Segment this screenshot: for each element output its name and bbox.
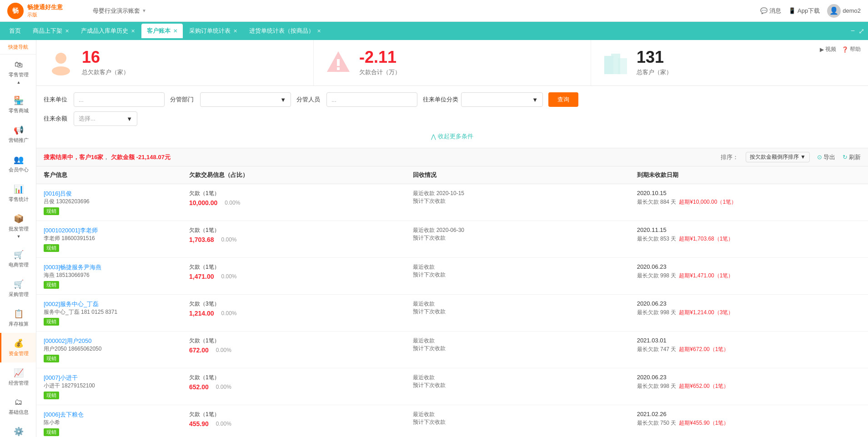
filter-person: 分管人员 ... [296,92,417,107]
svg-point-1 [52,66,70,75]
customer-code-5[interactable]: [0007]小进干 [44,374,189,382]
collapse-filter-btn[interactable]: ⋀ 收起更多条件 [44,131,861,145]
message-icon: 💬 [760,7,768,14]
video-btn[interactable]: ▶ 视频 [820,45,836,53]
customer-cell-6: [0006]去下粮仓 陈小希 现销 [44,411,189,436]
app-body: 快捷导航 🛍 零售管理 ▲ 🏪 零售商城 📢 营销推广 👥 会员中心 📊 零售统… [0,40,868,437]
collect-cell-1: 最近收款 2020-06-30 预计下次收款 [413,226,637,242]
sidebar-item-finance[interactable]: 💰 资金管理 [0,333,36,362]
debt-cell-3: 欠款（3笔） 1,214.00 0.00% [189,300,413,317]
phone-icon: 📱 [788,7,796,14]
query-button[interactable]: 查询 [548,92,578,107]
tab-goods-close[interactable]: ✕ [65,28,69,34]
sidebar-item-purchase[interactable]: 🛒 采购管理 [0,274,36,303]
sidebar-item-ecommerce[interactable]: 🛒 电商管理 [0,244,36,274]
debt-cell-5: 欠款（1笔） 652.00 0.00% [189,374,413,391]
message-btn[interactable]: 💬 消息 [760,7,781,15]
filter-source-unit: 往来单位 ... [44,92,165,107]
summary-card3-text: 131 总客户（家） [637,49,672,76]
tab-home[interactable]: 首页 [4,24,26,38]
app-download-btn[interactable]: 📱 App下载 [788,7,820,15]
source-unit-input[interactable]: ... [74,92,165,107]
sidebar-item-basic[interactable]: 🗂 基础信息 [0,392,36,421]
table-row: [000002]用户2050 用户2050 18665062050 现销 欠款（… [36,332,868,368]
tab-storage-close[interactable]: ✕ [131,28,135,34]
sidebar-item-retail-mall[interactable]: 🏪 零售商城 [0,90,36,120]
balance-select[interactable]: 选择... ▼ [74,111,137,126]
sidebar-item-operation[interactable]: 📈 经营管理 [0,362,36,392]
customer-cell-1: [0001020001]李老师 李老师 18600391516 现销 [44,226,189,252]
person-input[interactable]: ... [326,92,417,107]
balance-arrow: ▼ [126,116,132,122]
tab-customer[interactable]: 客户账本 ✕ [141,24,183,38]
customer-code-3[interactable]: [0002]服务中心_丁磊 [44,300,189,308]
video-icon: ▶ [820,46,824,53]
sidebar-item-member[interactable]: 👥 会员中心 [0,149,36,179]
logo-text: 畅捷通好生意 [27,3,63,11]
debt-cell-0: 欠款（1笔） 10,000.00 0.00% [189,190,413,206]
inventory-icon: 📋 [14,309,24,319]
industry-selector[interactable]: 母婴行业演示账套 ▼ [89,7,760,15]
collect-cell-2: 最近收款 预计下次收款 [413,263,637,279]
tab-goods[interactable]: 商品上下架 ✕ [27,24,75,38]
unit-category-select[interactable]: ▼ [461,92,543,107]
expire-cell-2: 2020.06.23 最长欠款 998 天 超期¥1,471.00（1笔） [637,263,861,280]
filter-row-2: 往来余额 选择... ▼ [44,111,861,126]
sidebar-item-marketing[interactable]: 📢 营销推广 [0,120,36,149]
tab-maximize-btn[interactable]: ⤢ [858,27,864,35]
filter-dept: 分管部门 ▼ [170,92,291,107]
sidebar-item-inventory[interactable]: 📋 库存核算 [0,303,36,333]
customer-cell-3: [0002]服务中心_丁磊 服务中心_丁磊 181 0125 8371 现销 [44,300,189,326]
sidebar-item-batch-mgmt[interactable]: 📦 批发管理 ▼ [0,208,36,244]
tab-purchase-close[interactable]: ✕ [233,28,237,34]
sidebar-item-retail-stat[interactable]: 📊 零售统计 [0,179,36,208]
table-row: [0016]吕俊 吕俊 13026203696 现销 欠款（1笔） 10,000… [36,184,868,221]
expire-cell-1: 2020.11.15 最长欠款 853 天 超期¥1,703.68（1笔） [637,226,861,243]
tab-minimize-btn[interactable]: − [851,27,855,35]
sidebar-item-system[interactable]: ⚙️ 系统管理 [0,421,36,437]
tab-import[interactable]: 进货单统计表（按商品） ✕ [244,24,326,38]
table-row: [0002]服务中心_丁磊 服务中心_丁磊 181 0125 8371 现销 欠… [36,295,868,332]
industry-arrow: ▼ [142,8,146,13]
svg-rect-3 [337,59,340,66]
refresh-icon: ↻ [843,154,848,161]
basic-icon: 🗂 [15,397,23,407]
marketing-icon: 📢 [14,125,24,135]
debt-cell-2: 欠款（1笔） 1,471.00 0.00% [189,263,413,280]
customer-cell-2: [0003]畅捷服务尹海燕 海燕 18513066976 现销 [44,263,189,289]
expire-cell-4: 2021.03.01 最长欠款 747 天 超期¥672.00（1笔） [637,337,861,353]
retail-stat-icon: 📊 [14,184,24,194]
help-btn[interactable]: ❓ 帮助 [842,45,861,53]
tab-customer-close[interactable]: ✕ [173,28,177,34]
user-menu[interactable]: 👤 demo2 [827,4,861,18]
customer-code-2[interactable]: [0003]畅捷服务尹海燕 [44,263,189,271]
customer-code-4[interactable]: [000002]用户2050 [44,337,189,345]
svg-point-0 [55,53,66,64]
logo-icon: 畅 [7,3,24,19]
refresh-btn[interactable]: ↻ 刷新 [843,153,861,161]
table-row: [0006]去下粮仓 陈小希 现销 欠款（1笔） 455.90 0.00% 最近… [36,405,868,437]
customer-code-0[interactable]: [0016]吕俊 [44,190,189,198]
col-collect: 回收情况 [413,171,637,179]
collect-cell-5: 最近收款 预计下次收款 [413,374,637,389]
collect-cell-4: 最近收款 预计下次收款 [413,337,637,352]
tab-purchase[interactable]: 采购订单统计表 ✕ [184,24,243,38]
sort-select[interactable]: 按欠款金额倒序排序 ▼ [746,152,810,162]
top-bar: 畅 畅捷通好生意 示版 母婴行业演示账套 ▼ 💬 消息 📱 App下载 👤 de… [0,0,868,22]
dept-select[interactable]: ▼ [200,92,291,107]
col-expire: 到期未收款日期 [637,171,861,179]
export-btn[interactable]: ⊙ 导出 [817,153,835,161]
debt-cell-4: 欠款（1笔） 672.00 0.00% [189,337,413,354]
tab-storage[interactable]: 产成品入库单历史 ✕ [75,24,140,38]
system-icon: ⚙️ [14,427,24,437]
summary-bar: 16 总欠款客户（家） -2.11 欠款合计（万） [36,40,868,86]
main-content: 16 总欠款客户（家） -2.11 欠款合计（万） [36,40,868,437]
tab-import-close[interactable]: ✕ [317,28,321,34]
debt-cell-6: 欠款（1笔） 455.90 0.00% [189,411,413,427]
sidebar-item-retail-mgmt[interactable]: 🛍 零售管理 ▲ [0,55,36,90]
help-icon: ❓ [842,46,848,53]
svg-rect-7 [618,58,627,74]
customer-code-6[interactable]: [0006]去下粮仓 [44,411,189,419]
customer-cell-0: [0016]吕俊 吕俊 13026203696 现销 [44,190,189,215]
customer-code-1[interactable]: [0001020001]李老师 [44,226,189,235]
